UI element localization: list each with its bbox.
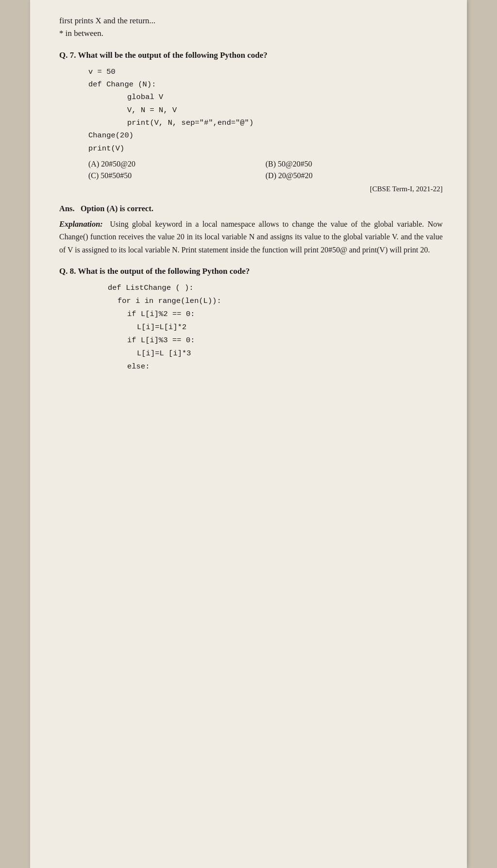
q8-code-line5: if L[i]%3 == 0:: [108, 334, 443, 347]
code-line-v50: v = 50: [88, 66, 443, 78]
code-line-print1: print(V, N, sep="#",end="@"): [127, 117, 443, 129]
question-8: Q. 8. What is the output of the followin…: [59, 265, 443, 373]
intro-text: first prints X and the return... * in be…: [59, 15, 443, 39]
q7-title: Q. 7. What will be the output of the fol…: [59, 49, 443, 62]
code-line-def: def Change (N):: [88, 78, 443, 91]
code-line-printv: print(V): [88, 142, 443, 155]
option-c: (C) 50#50#50: [88, 171, 265, 180]
explanation-label: Explanation:: [59, 219, 103, 229]
q7-number: Q. 7.: [59, 50, 76, 60]
code-line-change: Change(20): [88, 129, 443, 142]
ans7-correct: Option (A) is correct.: [81, 204, 153, 213]
option-a: (A) 20#50@20: [88, 160, 265, 168]
answer-7: Ans. Option (A) is correct. Explanation:…: [59, 204, 443, 256]
intro-line2: * in between.: [59, 29, 103, 38]
option-b: (B) 50@20#50: [265, 160, 443, 168]
q8-code-line7: else:: [108, 360, 443, 373]
option-d: (D) 20@50#20: [265, 171, 443, 180]
q7-title-text: What will be the output of the following…: [78, 50, 267, 60]
ans-label-text: Ans.: [59, 204, 75, 213]
q8-title-text: What is the output of the following Pyth…: [78, 267, 249, 276]
ans7-label: Ans. Option (A) is correct.: [59, 204, 443, 214]
code-line-vn: V, N = N, V: [127, 104, 443, 117]
q8-code: def ListChange ( ): for i in range(len(L…: [108, 282, 443, 374]
q8-code-line6: L[i]=L [i]*3: [108, 347, 443, 360]
explanation-body: Using global keyword in a local namespac…: [59, 220, 443, 254]
q7-options: (A) 20#50@20 (B) 50@20#50 (C) 50#50#50 (…: [88, 160, 443, 180]
intro-line1: first prints X and the return...: [59, 16, 155, 25]
cbse-ref: [CBSE Term-I, 2021-22]: [59, 185, 443, 193]
q7-code: v = 50 def Change (N): global V V, N = N…: [88, 66, 443, 155]
question-7: Q. 7. What will be the output of the fol…: [59, 49, 443, 193]
q8-title: Q. 8. What is the output of the followin…: [59, 265, 443, 278]
q8-number: Q. 8.: [59, 267, 76, 276]
explanation-7: Explanation: Using global keyword in a l…: [59, 217, 443, 256]
q8-code-line1: def ListChange ( ):: [108, 282, 443, 295]
code-line-global: global V: [127, 91, 443, 103]
q8-code-line4: L[i]=L[i]*2: [108, 321, 443, 334]
q8-code-line2: for i in range(len(L)):: [108, 295, 443, 308]
page: first prints X and the return... * in be…: [30, 0, 467, 868]
q8-code-line3: if L[i]%2 == 0:: [108, 308, 443, 321]
